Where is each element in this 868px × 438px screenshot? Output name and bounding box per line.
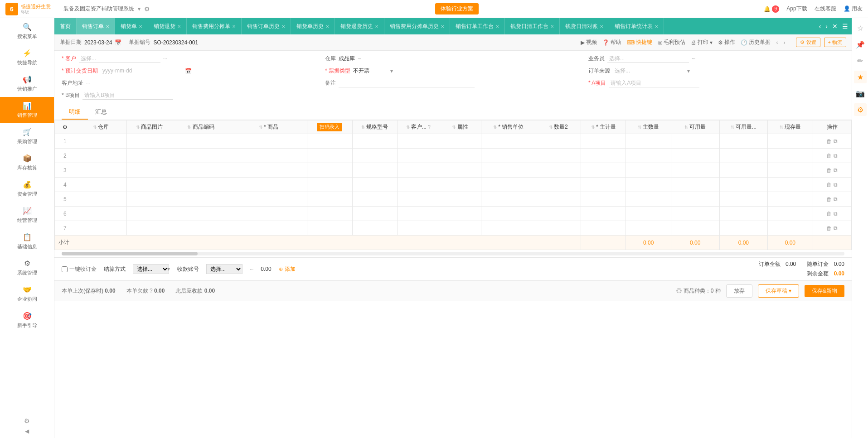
sidebar-settings-icon[interactable]: ⚙ bbox=[24, 417, 30, 424]
tab-sales-order[interactable]: 销售订单 ✕ bbox=[77, 18, 115, 34]
notification-bell[interactable]: 🔔 9 bbox=[764, 5, 779, 13]
tab-close-icon[interactable]: ✕ bbox=[177, 24, 181, 29]
tab-detail[interactable]: 明细 bbox=[62, 105, 88, 120]
history-nav-next[interactable]: › bbox=[783, 39, 785, 46]
row-delete-icon[interactable]: 🗑 bbox=[826, 196, 832, 202]
tab-expense-history[interactable]: 销售费用分摊单历史 ✕ bbox=[384, 18, 450, 34]
one-click-label[interactable]: 一键收订金 bbox=[62, 265, 97, 273]
col-available2[interactable]: ⇅ 可用量... bbox=[719, 120, 768, 134]
online-support-link[interactable]: 在线客服 bbox=[815, 5, 836, 13]
user-avatar[interactable]: 👤 用友 bbox=[844, 5, 863, 13]
col-product-code[interactable]: ⇅ 商品编码 bbox=[172, 120, 230, 134]
dropdown-arrow-icon[interactable]: ▾ bbox=[138, 6, 141, 12]
save-new-button[interactable]: 保存&新增 bbox=[805, 285, 844, 297]
print-dropdown-icon[interactable]: ▾ bbox=[710, 39, 713, 46]
sidebar-item-finance[interactable]: 💰 资金管理 bbox=[0, 176, 54, 202]
tab-order-workbench[interactable]: 销售订单工作台 ✕ bbox=[450, 18, 505, 34]
tab-close-icon[interactable]: ✕ bbox=[441, 24, 444, 29]
add-material-btn[interactable]: + 物流 bbox=[824, 38, 846, 47]
row-copy-icon[interactable]: ⧉ bbox=[834, 211, 838, 217]
app-download-link[interactable]: App下载 bbox=[786, 5, 807, 13]
tab-home[interactable]: 首页 bbox=[54, 18, 77, 34]
note-input[interactable] bbox=[339, 79, 475, 87]
right-panel-btn-1[interactable]: ☆ bbox=[854, 22, 867, 34]
save-draft-button[interactable]: 保存草稿 ▾ bbox=[758, 284, 799, 298]
right-panel-btn-2[interactable]: 📌 bbox=[854, 38, 867, 51]
add-payment-btn[interactable]: ⊕ 添加 bbox=[279, 265, 296, 273]
tab-return-history[interactable]: 销货退货历史 ✕ bbox=[335, 18, 384, 34]
sidebar-item-purchase[interactable]: 🛒 采购管理 bbox=[0, 123, 54, 149]
save-draft-dropdown-icon[interactable]: ▾ bbox=[789, 288, 791, 294]
row-delete-icon[interactable]: 🗑 bbox=[826, 182, 832, 188]
row-delete-icon[interactable]: 🗑 bbox=[826, 211, 832, 217]
col-spec[interactable]: ⇅ 规格型号 bbox=[352, 120, 397, 134]
sidebar-item-sales[interactable]: 📊 销售管理 bbox=[0, 97, 54, 123]
row-delete-icon[interactable]: 🗑 bbox=[826, 167, 832, 173]
sidebar-item-system[interactable]: ⚙ 系统管理 bbox=[0, 255, 54, 281]
sidebar-item-enterprise[interactable]: 🤝 企业协同 bbox=[0, 281, 54, 307]
help-btn[interactable]: ❓ 帮助 bbox=[602, 39, 621, 46]
col-warehouse[interactable]: ⇅ 仓库 bbox=[75, 120, 127, 134]
calendar-icon[interactable]: 📅 bbox=[115, 39, 121, 46]
row-copy-icon[interactable]: ⧉ bbox=[834, 138, 838, 144]
a-project-input[interactable] bbox=[609, 79, 699, 87]
tab-cash-workbench[interactable]: 钱货日清工作台 ✕ bbox=[505, 18, 560, 34]
col-qty2[interactable]: ⇅ 数量2 bbox=[536, 120, 581, 134]
tab-sales-order-history[interactable]: 销售订单历史 ✕ bbox=[242, 18, 291, 34]
right-panel-btn-6[interactable]: ⚙ bbox=[854, 103, 867, 116]
owing-help-icon[interactable]: ? bbox=[150, 288, 153, 294]
right-panel-btn-3[interactable]: ✏ bbox=[854, 54, 867, 67]
settings-panel-btn[interactable]: ⚙ 设置 bbox=[796, 38, 820, 47]
col-attribute[interactable]: ⇅ 属性 bbox=[439, 120, 481, 134]
row-copy-icon[interactable]: ⧉ bbox=[834, 153, 838, 159]
tab-sales-return[interactable]: 销货退货 ✕ bbox=[148, 18, 187, 34]
sidebar-item-basicinfo[interactable]: 📋 基础信息 bbox=[0, 228, 54, 255]
abandon-button[interactable]: 放弃 bbox=[726, 284, 752, 298]
order-source-input[interactable] bbox=[613, 67, 684, 75]
right-panel-btn-5[interactable]: 📷 bbox=[854, 87, 867, 100]
row-copy-icon[interactable]: ⧉ bbox=[834, 182, 838, 188]
tab-close-all-btn[interactable]: ✕ bbox=[830, 22, 839, 31]
sidebar-item-marketing[interactable]: 📢 营销推广 bbox=[0, 71, 54, 97]
tab-close-icon[interactable]: ✕ bbox=[600, 24, 603, 29]
tab-close-icon[interactable]: ✕ bbox=[495, 24, 499, 29]
sidebar-item-operations[interactable]: 📈 经营管理 bbox=[0, 202, 54, 228]
col-settings[interactable]: ⚙ bbox=[55, 120, 75, 134]
salesperson-input[interactable] bbox=[607, 54, 689, 63]
sidebar-collapse-icon[interactable]: ◀ bbox=[25, 428, 29, 434]
tab-close-icon[interactable]: ✕ bbox=[281, 24, 285, 29]
row-copy-icon[interactable]: ⧉ bbox=[834, 167, 838, 173]
tab-prev-btn[interactable]: ‹ bbox=[817, 22, 823, 31]
delivery-date-input[interactable] bbox=[101, 67, 182, 75]
order-source-dropdown-icon[interactable]: ▾ bbox=[687, 68, 690, 74]
row-copy-icon[interactable]: ⧉ bbox=[834, 196, 838, 202]
salesperson-more-icon[interactable]: ··· bbox=[692, 56, 695, 61]
invoice-dropdown-icon[interactable]: ▾ bbox=[390, 68, 393, 74]
tab-invoice-history[interactable]: 销货单历史 ✕ bbox=[291, 18, 335, 34]
b-project-input[interactable] bbox=[82, 91, 173, 100]
one-click-checkbox[interactable] bbox=[62, 266, 68, 272]
customer-input[interactable] bbox=[79, 54, 160, 63]
sidebar-item-navigation[interactable]: ⚡ 快捷导航 bbox=[0, 44, 54, 71]
warehouse-more-icon[interactable]: ··· bbox=[358, 56, 361, 61]
sidebar-item-guide[interactable]: 🎯 新手引导 bbox=[0, 307, 54, 333]
bank-more-icon[interactable]: ··· bbox=[250, 267, 253, 272]
history-nav-prev[interactable]: ‹ bbox=[776, 39, 778, 46]
print-btn[interactable]: 🖨 打印 ▾ bbox=[691, 39, 713, 46]
profit-btn[interactable]: ◎ 毛利预估 bbox=[658, 39, 685, 46]
row-copy-icon[interactable]: ⧉ bbox=[834, 225, 838, 231]
col-sales-unit[interactable]: ⇅ * 销售单位 bbox=[481, 120, 536, 134]
tab-menu-btn[interactable]: ☰ bbox=[840, 22, 850, 31]
address-more-icon[interactable]: ··· bbox=[86, 81, 90, 86]
col-available[interactable]: ⇅ 可用量 bbox=[671, 120, 719, 134]
tab-sales-stats[interactable]: 销售订单统计表 ✕ bbox=[609, 18, 664, 34]
tab-close-icon[interactable]: ✕ bbox=[550, 24, 554, 29]
settings-icon[interactable]: ⚙ bbox=[144, 5, 150, 13]
tab-close-icon[interactable]: ✕ bbox=[375, 24, 378, 29]
operation-btn[interactable]: ⚙ 操作 bbox=[718, 39, 735, 46]
tab-cash-reconcile[interactable]: 钱货日清对账 ✕ bbox=[560, 18, 609, 34]
sidebar-item-inventory[interactable]: 📦 库存核算 bbox=[0, 149, 54, 176]
row-delete-icon[interactable]: 🗑 bbox=[826, 153, 832, 159]
tab-close-icon[interactable]: ✕ bbox=[655, 24, 658, 29]
settle-dropdown-icon[interactable]: ▾ bbox=[167, 266, 170, 272]
